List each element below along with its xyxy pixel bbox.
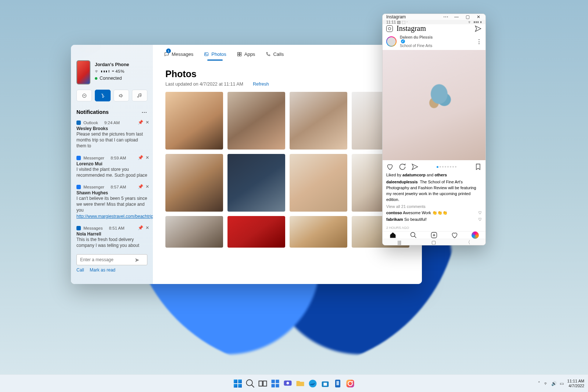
home-icon[interactable] bbox=[389, 231, 397, 239]
dnd-button[interactable] bbox=[76, 90, 92, 101]
svg-rect-5 bbox=[237, 54, 239, 56]
svg-rect-14 bbox=[272, 384, 275, 387]
photo-thumb[interactable] bbox=[290, 216, 347, 248]
minimize-button[interactable]: — bbox=[452, 14, 461, 19]
svg-rect-1 bbox=[205, 53, 208, 56]
comment-icon[interactable] bbox=[399, 163, 406, 170]
tab-photos[interactable]: Photos bbox=[202, 49, 227, 61]
taskbar: ˄ ᯤ 🔊 ▭ 11:11 AM 4/7/2022 bbox=[0, 374, 588, 392]
store-icon[interactable] bbox=[320, 378, 330, 389]
tab-messages[interactable]: 1 Messages bbox=[162, 49, 195, 61]
notifications-more-icon[interactable]: ⋯ bbox=[141, 109, 147, 115]
volume-button[interactable] bbox=[114, 90, 129, 101]
search-icon[interactable] bbox=[410, 231, 417, 239]
close-icon[interactable]: ✕ bbox=[146, 225, 149, 230]
widgets-icon[interactable] bbox=[270, 378, 280, 389]
tray-chevron-icon[interactable]: ˄ bbox=[538, 381, 540, 386]
close-icon[interactable]: ✕ bbox=[146, 184, 149, 189]
close-icon[interactable]: ✕ bbox=[146, 120, 149, 125]
tab-apps[interactable]: Apps bbox=[235, 49, 257, 61]
device-thumbnail[interactable] bbox=[76, 60, 90, 84]
instagram-taskbar-icon[interactable] bbox=[345, 378, 355, 389]
notification-link[interactable]: http://www.margiestravel.com/beachtrip20… bbox=[76, 214, 163, 219]
maximize-button[interactable]: ▢ bbox=[463, 14, 472, 19]
send-icon[interactable] bbox=[474, 25, 482, 32]
tray-wifi-icon[interactable]: ᯤ bbox=[544, 381, 548, 386]
tray-volume-icon[interactable]: 🔊 bbox=[551, 381, 557, 386]
call-button[interactable]: Call bbox=[76, 267, 84, 273]
view-comments-link[interactable]: View all 21 comments bbox=[386, 204, 482, 210]
bluetooth-button[interactable] bbox=[95, 90, 110, 101]
bookmark-icon[interactable] bbox=[474, 163, 482, 170]
pin-icon[interactable]: 📌 bbox=[138, 120, 143, 125]
instagram-nav bbox=[383, 231, 485, 239]
svg-rect-23 bbox=[347, 380, 354, 387]
edge-icon[interactable] bbox=[308, 378, 318, 389]
start-button[interactable] bbox=[233, 378, 243, 389]
notification-item[interactable]: Outlook9:24 AM 📌✕ Wesley Brooks Please s… bbox=[71, 118, 153, 153]
notification-item[interactable]: Messenger8:59 AM 📌✕ Lorenzo Mui I visite… bbox=[71, 153, 153, 182]
profile-icon[interactable] bbox=[472, 231, 479, 239]
taskbar-clock[interactable]: 11:11 AM 4/7/2022 bbox=[567, 379, 584, 388]
post-action-bar bbox=[383, 160, 485, 172]
send-icon[interactable]: ➤ bbox=[135, 256, 139, 263]
pin-icon[interactable]: 📌 bbox=[138, 155, 143, 160]
phone-link-taskbar-icon[interactable] bbox=[333, 378, 343, 389]
activity-icon[interactable] bbox=[451, 231, 458, 239]
close-button[interactable]: ✕ bbox=[474, 14, 483, 19]
tray-battery-icon[interactable]: ▭ bbox=[560, 381, 564, 386]
photo-thumb[interactable] bbox=[227, 216, 285, 248]
like-icon[interactable] bbox=[386, 163, 394, 170]
photo-thumb[interactable] bbox=[227, 92, 285, 150]
home-button[interactable]: ▢ bbox=[431, 240, 436, 245]
svg-rect-13 bbox=[276, 380, 279, 383]
refresh-button[interactable]: Refresh bbox=[253, 82, 269, 87]
post-menu-icon[interactable]: ⋮ bbox=[476, 38, 482, 45]
photo-thumb[interactable] bbox=[290, 154, 347, 212]
messages-icon bbox=[76, 226, 81, 230]
chat-icon[interactable] bbox=[283, 378, 293, 389]
music-button[interactable] bbox=[132, 90, 147, 101]
post-username[interactable]: Daleen du Plessis bbox=[400, 35, 473, 39]
photo-thumb[interactable] bbox=[227, 154, 285, 212]
pin-icon[interactable]: 📌 bbox=[138, 225, 143, 230]
notification-item[interactable]: Messages8:51 AM 📌✕ Nola Harrell This is … bbox=[71, 223, 153, 252]
instagram-window-title: Instagram bbox=[386, 14, 406, 19]
photo-grid bbox=[165, 92, 409, 248]
phone-status-bar: 11:11 ▧ ⬚ ⋅ ᯤ ▮▮▮ ▮ bbox=[383, 20, 485, 24]
svg-point-25 bbox=[352, 381, 353, 382]
instagram-header: Instagram bbox=[383, 24, 485, 33]
carousel-dots bbox=[437, 166, 456, 168]
android-nav-bar: ||| ▢ 〈 bbox=[383, 239, 485, 245]
cell-icon: ▮▮▮▯ bbox=[101, 69, 110, 73]
post-timestamp: 2 HOURS AGO bbox=[383, 225, 485, 231]
notification-item[interactable]: Messenger8:57 AM 📌✕ Shawn Hughes I can't… bbox=[71, 182, 153, 223]
post-image[interactable] bbox=[383, 50, 485, 160]
task-view-icon[interactable] bbox=[258, 378, 268, 389]
camera-icon[interactable] bbox=[386, 25, 393, 32]
share-icon[interactable] bbox=[411, 163, 419, 170]
mark-read-button[interactable]: Mark as read bbox=[90, 267, 115, 273]
svg-point-9 bbox=[247, 380, 252, 385]
photo-thumb[interactable] bbox=[165, 154, 223, 212]
photo-thumb[interactable] bbox=[290, 92, 347, 150]
photo-thumb[interactable] bbox=[165, 92, 223, 150]
tab-calls[interactable]: Calls bbox=[264, 49, 285, 61]
add-icon[interactable] bbox=[430, 231, 438, 239]
device-signal: ᯤ ▮▮▮▯ ▭ 45% bbox=[95, 68, 129, 75]
comment-like-icon[interactable]: ♡ bbox=[478, 217, 482, 223]
window-more-icon[interactable]: ⋯ bbox=[443, 14, 449, 20]
file-explorer-icon[interactable] bbox=[295, 378, 305, 389]
messenger-icon bbox=[76, 156, 81, 160]
pin-icon[interactable]: 📌 bbox=[138, 184, 143, 189]
verified-icon bbox=[401, 39, 405, 43]
recents-button[interactable]: ||| bbox=[398, 240, 401, 245]
comment-like-icon[interactable]: ♡ bbox=[478, 210, 482, 216]
photo-thumb[interactable] bbox=[165, 216, 223, 248]
back-button[interactable]: 〈 bbox=[466, 239, 470, 245]
post-avatar[interactable] bbox=[386, 36, 397, 47]
taskbar-search-icon[interactable] bbox=[245, 378, 255, 389]
tab-bar: 1 Messages Photos Apps Calls bbox=[153, 45, 422, 61]
close-icon[interactable]: ✕ bbox=[146, 155, 149, 160]
likes-text[interactable]: Liked by adatumcorp and others bbox=[386, 172, 482, 178]
